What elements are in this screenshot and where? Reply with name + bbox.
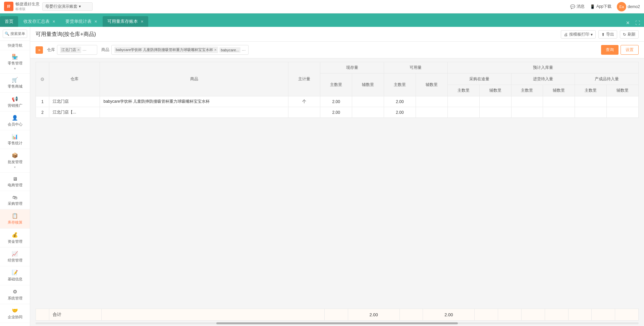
tab-close-icon[interactable]: ✕ bbox=[52, 19, 55, 24]
sidebar-item-basic[interactable]: 📝 基础信息 bbox=[0, 266, 30, 285]
message-icon: 💬 bbox=[570, 4, 575, 9]
refresh-btn[interactable]: ↻ 刷新 bbox=[620, 30, 639, 39]
app-download-btn[interactable]: 📱 App下载 bbox=[590, 4, 611, 9]
sidebar-item-purchase[interactable]: 🛍 采购管理 bbox=[0, 191, 30, 209]
sidebar-item-member[interactable]: 👤 会员中心 bbox=[0, 111, 30, 130]
stock-sub-cell bbox=[352, 96, 384, 107]
product-label: 商品 bbox=[101, 47, 109, 53]
tab-collect-summary[interactable]: 收发存汇总表 ✕ bbox=[19, 16, 60, 27]
nav-tabs: 首页 收发存汇总表 ✕ 要货单统计表 ✕ 可用量库存账本 ✕ ✕ ⛶ bbox=[0, 13, 644, 27]
nav-right-btns: ✕ ⛶ bbox=[625, 19, 644, 27]
export-icon: ⬆ bbox=[601, 32, 605, 37]
available-group-header: 可用量 bbox=[384, 62, 448, 74]
top-bar: 好 畅捷通好生意 标准版 母婴行业演示账套 ▾ 💬 消息 📱 App下载 Ea … bbox=[0, 0, 644, 13]
scrollbar-track bbox=[36, 322, 639, 324]
product-filter-group: 商品 babycare学饮杯 儿童防摔防撞吸管杯重力球吸嘴杯宝宝水杯 ✕ bab… bbox=[101, 45, 249, 55]
purchase-main-header: 主数里 bbox=[447, 85, 479, 96]
member-icon: 👤 bbox=[12, 115, 18, 121]
incoming-sub-cell bbox=[543, 96, 575, 107]
template-selector[interactable]: 母婴行业演示账套 ▾ bbox=[42, 2, 93, 11]
close-all-btn[interactable]: ✕ bbox=[625, 19, 631, 27]
query-btn[interactable]: 查询 bbox=[601, 45, 619, 55]
footer-settings-cell bbox=[36, 309, 49, 321]
seq-cell: 1 bbox=[36, 96, 49, 107]
sidebar-item-inventory[interactable]: 📋 库存核算 bbox=[0, 209, 30, 228]
sidebar-item-finance[interactable]: 💰 资金管理 bbox=[0, 229, 30, 247]
tab-close-icon[interactable]: ✕ bbox=[94, 19, 97, 24]
sidebar-item-marketing[interactable]: 📢 营销推广 bbox=[0, 93, 30, 111]
inventory-icon: 📋 bbox=[12, 213, 18, 219]
production-main-cell bbox=[575, 96, 607, 107]
fullscreen-btn[interactable]: ⛶ bbox=[634, 19, 641, 27]
product-input[interactable]: babycare学饮杯 儿童防摔防撞吸管杯重力球吸嘴杯宝宝水杯 ✕ babyca… bbox=[111, 45, 249, 55]
sidebar-item-zero-stats[interactable]: 📊 零售统计 bbox=[0, 130, 30, 149]
sidebar-item-ecommerce[interactable]: 🖥 电商管理 bbox=[0, 173, 30, 191]
footer-production-sub-cell bbox=[615, 309, 639, 321]
page-title: 可用量查询(按仓库+商品) bbox=[36, 31, 96, 38]
footer-area: 合计 2.00 2.00 bbox=[30, 309, 644, 321]
tab-order-stats[interactable]: 要货单统计表 ✕ bbox=[61, 16, 102, 27]
available-main-cell: 2.00 bbox=[384, 96, 416, 107]
print-template-btn[interactable]: 🖨 按模板打印 ▾ bbox=[561, 30, 596, 39]
available-sub-header: 辅数里 bbox=[416, 74, 447, 96]
logo-text-block: 畅捷通好生意 标准版 bbox=[15, 2, 40, 11]
product-cell: babycare学饮杯 儿童防摔防撞吸管杯重力球吸嘴杯宝宝水杯 bbox=[100, 96, 288, 107]
page-actions: 🖨 按模板打印 ▾ ⬆ 导出 ↻ 刷新 bbox=[561, 30, 639, 39]
production-sub-cell bbox=[607, 107, 639, 118]
filter-actions: 查询 设置 bbox=[601, 45, 639, 55]
app-icon: 📱 bbox=[590, 4, 595, 9]
export-btn[interactable]: ⬆ 导出 bbox=[598, 30, 617, 39]
available-main-cell: 2.00 bbox=[384, 107, 416, 118]
available-sub-cell bbox=[416, 107, 447, 118]
product-tag-close-1[interactable]: ✕ bbox=[214, 48, 217, 52]
logo-sub: 标准版 bbox=[15, 7, 40, 11]
warehouse-filter-group: 仓库 江北门店 ✕ ··· bbox=[47, 45, 97, 55]
stock-sub-cell bbox=[352, 107, 384, 118]
warehouse-cell: 江北门店 bbox=[49, 96, 100, 107]
production-sub-cell bbox=[607, 96, 639, 107]
sidebar-item-newbie[interactable]: 🚀 新手引导 bbox=[0, 323, 30, 326]
warehouse-input[interactable]: 江北门店 ✕ ··· bbox=[57, 45, 97, 55]
warehouse-tag-close[interactable]: ✕ bbox=[77, 48, 80, 52]
settings-btn[interactable]: 设置 bbox=[621, 45, 639, 55]
message-btn[interactable]: 💬 消息 bbox=[570, 4, 585, 9]
stats-icon: 📊 bbox=[12, 134, 18, 140]
quick-nav-btn[interactable]: 快捷导航 bbox=[0, 41, 30, 50]
sidebar-item-ops[interactable]: 📈 经营管理 bbox=[0, 247, 30, 266]
product-col-header: 商品 bbox=[100, 62, 288, 96]
warehouse-more-icon[interactable]: ··· bbox=[83, 47, 87, 53]
footer-table: 合计 2.00 2.00 bbox=[36, 309, 639, 321]
search-menu-btn[interactable]: 🔍 搜索菜单 bbox=[3, 30, 27, 38]
footer-stock-sub-cell bbox=[399, 309, 423, 321]
message-label: 消息 bbox=[577, 4, 585, 9]
incoming-main-cell bbox=[511, 96, 543, 107]
logo-text: 畅捷通好生意 bbox=[15, 2, 40, 6]
product-more-icon[interactable]: ··· bbox=[242, 47, 246, 53]
table-settings-icon[interactable]: ⚙ bbox=[40, 77, 45, 82]
tab-close-icon[interactable]: ✕ bbox=[141, 19, 144, 24]
purchase-icon: 🛍 bbox=[12, 194, 17, 200]
scrollbar-thumb[interactable] bbox=[216, 322, 458, 324]
purchase-sub-header: 辅数里 bbox=[479, 85, 511, 96]
user-area[interactable]: Ea demo2 bbox=[617, 2, 640, 11]
filter-bar: » 仓库 江北门店 ✕ ··· 商品 babycare学饮杯 儿童防摔防撞吸管杯… bbox=[30, 42, 644, 58]
sidebar-item-wholesale[interactable]: 📦 批发管理 ▾ bbox=[0, 149, 30, 172]
chevron-down-icon: ▾ bbox=[591, 32, 593, 37]
sidebar-item-system[interactable]: ⚙ 系统管理 bbox=[0, 285, 30, 304]
tab-available-inventory[interactable]: 可用量库存账本 ✕ bbox=[103, 16, 148, 27]
sidebar-item-zero-retail[interactable]: 🏪 零售管理 ▲ bbox=[0, 50, 30, 74]
settings-col-header[interactable]: ⚙ bbox=[36, 62, 49, 96]
sidebar-item-zero-mall[interactable]: 🛒 零售商城 bbox=[0, 74, 30, 92]
collab-icon: 🤝 bbox=[12, 308, 18, 314]
sidebar-item-collab[interactable]: 🤝 企业协同 bbox=[0, 304, 30, 323]
stock-main-cell: 2.00 bbox=[320, 107, 352, 118]
warehouse-label: 仓库 bbox=[47, 47, 55, 53]
available-main-header: 主数里 bbox=[384, 74, 416, 96]
tab-home[interactable]: 首页 bbox=[0, 16, 18, 27]
warehouse-cell: 江北门店【... bbox=[49, 107, 100, 118]
filter-expand-btn[interactable]: » bbox=[36, 46, 43, 54]
tab-collect-summary-label: 收发存汇总表 bbox=[23, 18, 50, 25]
footer-purchase-sub-cell bbox=[521, 309, 545, 321]
store-icon: 🏪 bbox=[12, 54, 18, 60]
unit-col-header: 主计量 bbox=[288, 62, 320, 96]
